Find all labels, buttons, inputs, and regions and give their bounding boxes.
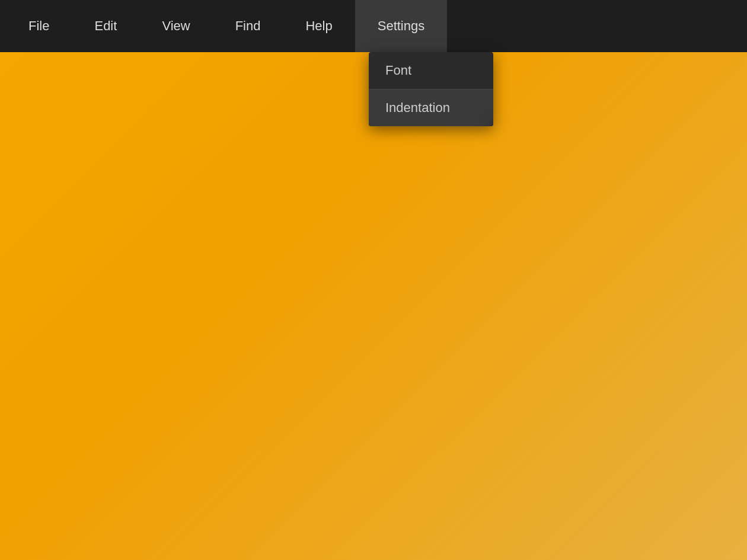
dropdown-item-font[interactable]: Font: [369, 52, 493, 89]
settings-dropdown: Font Indentation +1 Space -1 Space Defau…: [369, 52, 493, 126]
settings-dropdown-menu: Font Indentation +1 Space -1 Space Defau…: [369, 52, 493, 126]
menu-edit[interactable]: Edit: [72, 0, 139, 52]
menubar: File Edit View Find Help Settings: [0, 0, 747, 52]
dropdown-item-indentation[interactable]: Indentation +1 Space -1 Space Default: [369, 89, 493, 126]
menu-find[interactable]: Find: [213, 0, 283, 52]
menu-settings[interactable]: Settings: [355, 0, 448, 52]
menu-help[interactable]: Help: [283, 0, 355, 52]
menu-file[interactable]: File: [6, 0, 72, 52]
menu-view[interactable]: View: [139, 0, 212, 52]
